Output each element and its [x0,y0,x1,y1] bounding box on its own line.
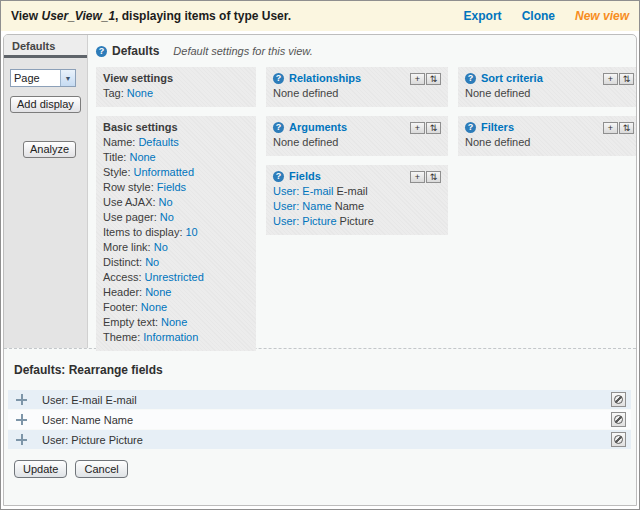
rearrange-row-label: User: Name Name [42,414,611,426]
view-settings-box: View settings Tag:None [96,67,256,107]
arguments-box: ? Arguments + ⇅ None defined [266,116,448,156]
setting-row: Items to display:10 [103,225,249,240]
rearrange-row[interactable]: User: E-mail E-mail [8,390,631,409]
remove-icon [614,415,623,424]
rearrange-fields-form: Defaults: Rearrange fields User: E-mail … [4,349,636,478]
add-icon[interactable]: + [603,122,618,134]
setting-value-link[interactable]: None [129,151,155,163]
dropdown-arrow-icon: ▼ [60,70,75,86]
view-name: User_View_1 [41,9,115,23]
filters-empty: None defined [465,135,634,150]
drag-handle-icon[interactable] [16,394,27,405]
add-icon[interactable]: + [603,73,618,85]
setting-value-link[interactable]: None [161,316,187,328]
display-heading-title: Defaults [112,44,159,58]
help-icon[interactable]: ? [465,122,476,133]
setting-label: Header: [103,286,142,298]
setting-value-link[interactable]: 10 [185,226,197,238]
views-edit-container: Defaults Page ▼ Add display Analyze ? De… [3,34,637,506]
setting-label: Items to display: [103,226,182,238]
setting-value-link[interactable]: No [160,211,174,223]
help-icon[interactable]: ? [273,73,284,84]
help-icon[interactable]: ? [273,122,284,133]
setting-value-link[interactable]: No [154,241,168,253]
setting-value-link[interactable]: No [145,256,159,268]
rearrange-row[interactable]: User: Name Name [8,410,631,429]
box-buttons: + ⇅ [410,73,441,85]
setting-value-link[interactable]: None [141,301,167,313]
update-button[interactable]: Update [14,460,67,478]
drag-handle-icon[interactable] [16,414,27,425]
setting-label: Access: [103,271,142,283]
setting-value-link[interactable]: Defaults [138,136,178,148]
setting-row: Name:Defaults [103,135,249,150]
column-right: ? Sort criteria + ⇅ None defined [458,67,637,165]
setting-row: Theme:Information [103,330,249,345]
filters-title-link[interactable]: Filters [481,120,514,135]
sort-criteria-box: ? Sort criteria + ⇅ None defined [458,67,637,107]
sidebar-body: Page ▼ Add display Analyze [4,58,87,158]
setting-value-link[interactable]: Fields [157,181,186,193]
setting-label: Footer: [103,301,138,313]
export-link[interactable]: Export [464,9,502,23]
field-link[interactable]: User: Name [273,200,332,212]
rearrange-row-label: User: Picture Picture [42,434,611,446]
setting-value-link[interactable]: No [159,196,173,208]
field-suffix: E-mail [337,185,368,197]
relationships-empty: None defined [273,86,441,101]
setting-value-link[interactable]: Unformatted [134,166,195,178]
setting-value-link[interactable]: None [145,286,171,298]
arguments-title-link[interactable]: Arguments [289,120,347,135]
rearrange-icon[interactable]: ⇅ [426,73,441,85]
column-basic: View settings Tag:None Basic settings Na… [96,67,256,360]
rearrange-icon[interactable]: ⇅ [426,171,441,183]
relationships-title-link[interactable]: Relationships [289,71,361,86]
field-link[interactable]: User: E-mail [273,185,334,197]
analyze-button[interactable]: Analyze [23,141,76,158]
setting-row: Use pager:No [103,210,249,225]
setting-label: More link: [103,241,151,253]
fields-title-link[interactable]: Fields [289,169,321,184]
remove-button[interactable] [611,392,626,407]
add-icon[interactable]: + [410,171,425,183]
setting-row: Tag:None [103,86,249,101]
sort-criteria-title-link[interactable]: Sort criteria [481,71,543,86]
setting-row: Distinct:No [103,255,249,270]
rearrange-icon[interactable]: ⇅ [619,73,634,85]
arguments-empty: None defined [273,135,441,150]
clone-link[interactable]: Clone [522,9,555,23]
basic-settings-box: Basic settings Name:Defaults Title:None … [96,116,256,351]
setting-row: Header:None [103,285,249,300]
setting-value-link[interactable]: Unrestricted [145,271,204,283]
field-suffix: Name [335,200,364,212]
rearrange-row[interactable]: User: Picture Picture [8,430,631,449]
display-type-select[interactable]: Page ▼ [10,69,76,87]
arguments-header: ? Arguments + ⇅ [273,120,441,135]
help-icon[interactable]: ? [96,46,107,57]
add-display-button[interactable]: Add display [10,96,81,113]
tab-defaults[interactable]: Defaults [4,35,87,58]
field-link[interactable]: User: Picture [273,215,337,227]
display-editor: Defaults Page ▼ Add display Analyze ? De… [4,35,636,349]
setting-value-link[interactable]: None [127,87,153,99]
drag-handle-icon[interactable] [16,434,27,445]
add-icon[interactable]: + [410,73,425,85]
title-suffix: , displaying items of type User. [115,9,291,23]
display-type-value: Page [11,72,60,84]
box-buttons: + ⇅ [603,73,634,85]
add-icon[interactable]: + [410,122,425,134]
cancel-button[interactable]: Cancel [75,460,127,478]
page-title: View User_View_1, displaying items of ty… [11,9,464,23]
help-icon[interactable]: ? [273,171,284,182]
setting-label: Row style: [103,181,154,193]
setting-value-link[interactable]: Information [143,331,198,343]
box-buttons: + ⇅ [410,122,441,134]
relationships-header: ? Relationships + ⇅ [273,71,441,86]
remove-button[interactable] [611,412,626,427]
new-view-link[interactable]: New view [575,9,629,23]
help-icon[interactable]: ? [465,73,476,84]
view-settings-title: View settings [103,71,249,86]
rearrange-icon[interactable]: ⇅ [619,122,634,134]
remove-button[interactable] [611,432,626,447]
rearrange-icon[interactable]: ⇅ [426,122,441,134]
